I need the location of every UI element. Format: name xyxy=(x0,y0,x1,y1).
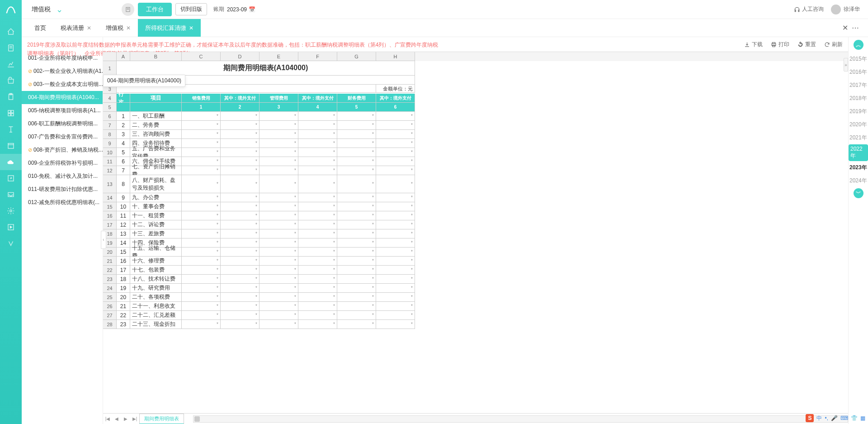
nav-home-icon[interactable] xyxy=(0,24,22,40)
item-name-cell[interactable]: 一、职工薪酬 xyxy=(130,112,182,121)
nav-play-icon[interactable] xyxy=(0,219,22,235)
year-item[interactable]: 2018年 xyxy=(849,92,868,105)
row-header[interactable]: 17 xyxy=(103,220,117,229)
ime-skin-icon[interactable]: 👕 xyxy=(851,415,858,421)
data-cell[interactable]: * xyxy=(376,202,415,211)
data-cell[interactable]: * xyxy=(259,139,298,148)
nav-settings-icon[interactable] xyxy=(0,203,22,219)
data-cell[interactable]: * xyxy=(182,266,221,275)
tab[interactable]: 税表清册✕ xyxy=(53,19,99,37)
row-num-cell[interactable]: 8 xyxy=(117,175,130,193)
data-cell[interactable]: * xyxy=(182,229,221,238)
row-header[interactable]: 1 xyxy=(103,61,117,76)
col-header[interactable]: B xyxy=(130,52,182,61)
data-cell[interactable]: * xyxy=(221,112,259,121)
data-cell[interactable]: * xyxy=(298,157,337,166)
data-cell[interactable]: * xyxy=(337,148,376,157)
page-up-icon[interactable]: ︽ xyxy=(854,40,863,50)
report-item[interactable]: 005-纳税调整项目明细表(A1... xyxy=(22,104,103,117)
data-cell[interactable]: * xyxy=(182,311,221,320)
data-cell[interactable]: * xyxy=(337,293,376,302)
report-item[interactable]: 004-期间费用明细表(A1040... xyxy=(22,91,103,104)
data-cell[interactable]: * xyxy=(337,284,376,293)
item-name-cell[interactable]: 二、劳务费 xyxy=(130,121,182,130)
data-cell[interactable]: * xyxy=(337,257,376,266)
row-header[interactable]: 11 xyxy=(103,157,117,166)
year-item[interactable]: 2020年 xyxy=(849,118,868,131)
data-cell[interactable]: * xyxy=(376,175,415,193)
year-item[interactable]: 2019年 xyxy=(849,105,868,118)
data-cell[interactable]: * xyxy=(221,257,259,266)
data-cell[interactable]: * xyxy=(337,139,376,148)
data-cell[interactable]: * xyxy=(182,139,221,148)
report-item[interactable]: ⊘008-资产折旧、摊销及纳税... xyxy=(22,143,103,157)
data-cell[interactable]: * xyxy=(259,311,298,320)
data-cell[interactable]: * xyxy=(337,112,376,121)
row-num-cell[interactable]: 2 xyxy=(117,121,130,130)
data-cell[interactable]: * xyxy=(259,248,298,257)
ime-keyboard-icon[interactable]: ⌨ xyxy=(840,415,848,421)
item-name-cell[interactable]: 八、财产损耗、盘亏及毁损损失 xyxy=(130,175,182,193)
row-num-cell[interactable]: 19 xyxy=(117,284,130,293)
item-name-cell[interactable]: 十、董事会费 xyxy=(130,202,182,211)
data-cell[interactable]: * xyxy=(259,220,298,229)
row-num-cell[interactable]: 4 xyxy=(117,139,130,148)
data-cell[interactable]: * xyxy=(337,211,376,220)
data-cell[interactable]: * xyxy=(182,320,221,329)
data-cell[interactable]: * xyxy=(182,293,221,302)
nav-clipboard-icon[interactable] xyxy=(0,89,22,105)
worktable-button[interactable]: 工作台 xyxy=(138,3,172,16)
download-button[interactable]: 下载 xyxy=(744,41,763,48)
scrollbar-thumb[interactable] xyxy=(194,416,200,422)
horizontal-scrollbar[interactable] xyxy=(193,415,848,423)
report-item[interactable]: ⊘002-一般企业收入明细表(A1... xyxy=(22,65,103,78)
data-cell[interactable]: * xyxy=(221,220,259,229)
data-cell[interactable]: * xyxy=(259,266,298,275)
item-name-cell[interactable]: 五、广告费和业务宣传费 xyxy=(130,148,182,157)
nav-calendar-icon[interactable] xyxy=(0,138,22,154)
data-cell[interactable]: * xyxy=(376,229,415,238)
data-cell[interactable]: * xyxy=(298,238,337,248)
item-name-cell[interactable]: 十七、包装费 xyxy=(130,266,182,275)
ime-mode[interactable]: 中 xyxy=(816,414,822,422)
data-cell[interactable]: * xyxy=(298,311,337,320)
data-cell[interactable]: * xyxy=(376,220,415,229)
row-num-cell[interactable]: 21 xyxy=(117,302,130,311)
row-num-cell[interactable]: 20 xyxy=(117,293,130,302)
data-cell[interactable]: * xyxy=(182,166,221,175)
row-num-cell[interactable]: 17 xyxy=(117,266,130,275)
col-header[interactable]: G xyxy=(337,52,376,61)
collapse-handle-icon[interactable]: ‹ xyxy=(101,231,106,249)
report-item[interactable]: 009-企业所得税弥补亏损明... xyxy=(22,157,103,170)
data-cell[interactable]: * xyxy=(337,311,376,320)
item-name-cell[interactable]: 三、咨询顾问费 xyxy=(130,130,182,139)
row-num-cell[interactable]: 3 xyxy=(117,130,130,139)
refresh-button[interactable]: 刷新 xyxy=(824,41,843,48)
row-header[interactable]: 28 xyxy=(103,320,117,329)
data-cell[interactable]: * xyxy=(259,202,298,211)
data-cell[interactable]: * xyxy=(221,311,259,320)
data-cell[interactable]: * xyxy=(221,284,259,293)
data-cell[interactable]: * xyxy=(376,248,415,257)
data-cell[interactable]: * xyxy=(298,257,337,266)
data-cell[interactable]: * xyxy=(221,211,259,220)
data-cell[interactable]: * xyxy=(376,284,415,293)
row-num-cell[interactable]: 16 xyxy=(117,257,130,266)
data-cell[interactable]: * xyxy=(337,320,376,329)
data-cell[interactable]: * xyxy=(376,121,415,130)
data-cell[interactable]: * xyxy=(376,148,415,157)
row-header[interactable]: 20 xyxy=(103,248,117,257)
year-item[interactable]: 2017年 xyxy=(849,79,868,92)
data-cell[interactable]: * xyxy=(182,284,221,293)
sheet-nav-first-icon[interactable]: |◀ xyxy=(103,416,112,421)
data-cell[interactable]: * xyxy=(182,193,221,202)
data-cell[interactable]: * xyxy=(259,166,298,175)
item-name-cell[interactable]: 二十一、利息收支 xyxy=(130,302,182,311)
reset-button[interactable]: 重置 xyxy=(797,41,816,48)
row-header[interactable]: 25 xyxy=(103,293,117,302)
data-cell[interactable]: * xyxy=(298,175,337,193)
period-value[interactable]: 2023-09 xyxy=(227,6,247,13)
grid[interactable]: A B C D E F G H 1 期间费用明细表(A104000) 2 xyxy=(103,52,848,413)
ime-logo-icon[interactable]: S xyxy=(806,414,814,422)
app-logo[interactable] xyxy=(5,3,17,15)
